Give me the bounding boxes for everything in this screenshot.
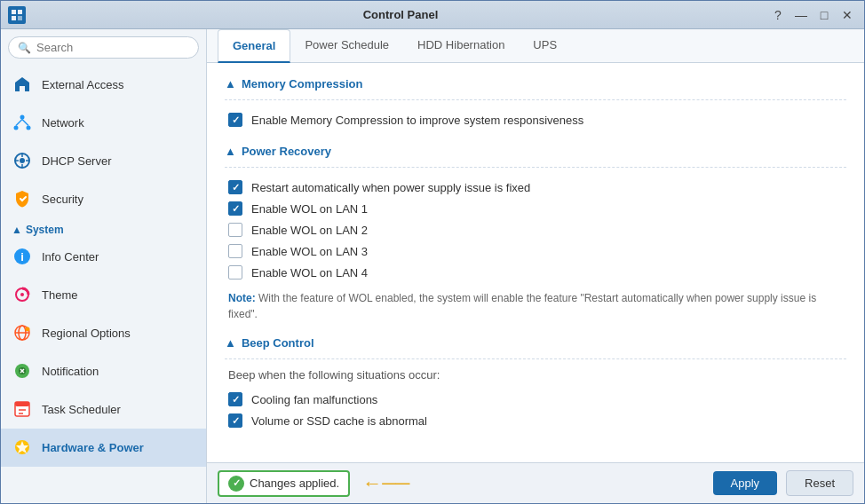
dhcp-icon — [12, 150, 33, 171]
chevron-up-icon-3: ▲ — [225, 336, 236, 350]
svg-rect-0 — [12, 10, 16, 14]
search-icon: 🔍 — [18, 42, 31, 54]
svg-point-5 — [14, 126, 19, 130]
window-title: Control Panel — [33, 8, 768, 21]
memory-compression-section: ▲ Memory Compression Enable Memory Compr… — [225, 77, 846, 130]
volume-ssd-item[interactable]: Volume or SSD cache is abnormal — [228, 410, 846, 431]
sidebar-item-theme[interactable]: Theme — [1, 276, 206, 314]
wol-lan4-label: Enable WOL on LAN 4 — [251, 266, 368, 280]
memory-compression-title: ▲ Memory Compression — [225, 77, 846, 91]
volume-ssd-checkbox[interactable] — [228, 413, 242, 428]
restart-auto-checkbox[interactable] — [228, 180, 242, 194]
chevron-down-icon: ▲ — [12, 224, 22, 236]
cooling-fan-checkbox[interactable] — [228, 392, 242, 406]
power-recovery-section: ▲ Power Recovery Restart automatically w… — [225, 145, 846, 322]
window-controls: ? — □ ✕ — [768, 5, 857, 25]
sidebar-item-security[interactable]: Security — [1, 180, 206, 218]
regional-icon — [12, 322, 33, 343]
note-content: With the feature of WOL enabled, the sys… — [228, 292, 816, 320]
wol-lan4-item[interactable]: Enable WOL on LAN 4 — [228, 262, 846, 283]
search-input[interactable] — [36, 41, 189, 54]
status-badge: ✓ Changes applied. — [218, 470, 350, 497]
svg-rect-26 — [15, 402, 29, 406]
chevron-up-icon-2: ▲ — [225, 145, 236, 158]
content-panel: General Power Schedule HDD Hibernation U… — [207, 29, 864, 503]
check-icon: ✓ — [228, 476, 244, 492]
sidebar-item-dhcp[interactable]: DHCP Server — [1, 142, 206, 180]
volume-ssd-label: Volume or SSD cache is abnormal — [251, 414, 427, 428]
svg-point-4 — [20, 115, 25, 120]
enable-mem-compression-checkbox[interactable] — [228, 113, 242, 127]
wol-lan1-item[interactable]: Enable WOL on LAN 1 — [228, 198, 846, 219]
info-icon: i — [12, 246, 33, 267]
power-recovery-title: ▲ Power Recovery — [225, 145, 846, 158]
system-section-header[interactable]: ▲ System — [1, 218, 206, 238]
svg-rect-2 — [12, 16, 16, 20]
wol-lan2-item[interactable]: Enable WOL on LAN 2 — [228, 219, 846, 240]
wol-lan1-checkbox[interactable] — [228, 201, 242, 216]
home-icon — [12, 74, 33, 95]
task-icon — [12, 398, 33, 420]
sidebar-item-label: Network — [42, 116, 84, 130]
wol-note: Note: With the feature of WOL enabled, t… — [228, 290, 843, 322]
enable-mem-compression-label: Enable Memory Compression to improve sys… — [251, 114, 583, 127]
help-button[interactable]: ? — [768, 5, 788, 25]
sidebar-item-hardware-power[interactable]: Hardware & Power — [1, 429, 206, 467]
wol-lan3-checkbox[interactable] — [228, 244, 242, 258]
wol-lan2-checkbox[interactable] — [228, 223, 242, 237]
minimize-button[interactable]: — — [791, 5, 811, 25]
note-label: Note: — [228, 292, 256, 304]
sidebar-item-label: Notification — [42, 365, 99, 378]
arrow-icon: ←── — [362, 472, 409, 495]
sidebar-item-label: Task Scheduler — [42, 403, 121, 416]
wol-lan2-label: Enable WOL on LAN 2 — [251, 224, 368, 237]
search-box[interactable]: 🔍 — [8, 36, 199, 59]
svg-line-8 — [22, 120, 28, 126]
wol-lan4-checkbox[interactable] — [228, 265, 242, 280]
sidebar-item-external-access[interactable]: External Access — [1, 66, 206, 104]
bottom-bar: ✓ Changes applied. ←── Apply Reset — [207, 462, 864, 503]
sidebar-item-notification[interactable]: Notification — [1, 352, 206, 390]
svg-text:i: i — [20, 250, 24, 264]
security-icon — [12, 188, 33, 209]
main-area: 🔍 External Access — [1, 29, 864, 503]
tab-hdd-hibernation[interactable]: HDD Hibernation — [403, 29, 519, 63]
tab-ups[interactable]: UPS — [519, 29, 571, 63]
wol-lan3-item[interactable]: Enable WOL on LAN 3 — [228, 240, 846, 262]
wol-lan3-label: Enable WOL on LAN 3 — [251, 245, 368, 258]
tab-power-schedule[interactable]: Power Schedule — [290, 29, 403, 63]
beep-control-title: ▲ Beep Control — [225, 336, 846, 350]
system-section-label: System — [26, 224, 64, 236]
sidebar-item-label: Hardware & Power — [42, 441, 144, 454]
sidebar-item-label: Info Center — [42, 250, 99, 264]
cooling-fan-label: Cooling fan malfunctions — [251, 393, 377, 406]
tab-general[interactable]: General — [218, 29, 290, 63]
close-button[interactable]: ✕ — [837, 5, 857, 25]
sidebar-item-label: Theme — [42, 288, 77, 302]
notification-icon — [12, 360, 33, 382]
svg-point-22 — [26, 327, 30, 332]
svg-point-18 — [20, 293, 24, 296]
sidebar-item-label: Regional Options — [42, 327, 131, 340]
beep-description: Beep when the following situations occur… — [225, 368, 846, 382]
svg-rect-1 — [18, 10, 22, 14]
sidebar-item-task-scheduler[interactable]: Task Scheduler — [1, 390, 206, 429]
chevron-up-icon: ▲ — [225, 77, 236, 91]
sidebar-item-info-center[interactable]: i Info Center — [1, 238, 206, 276]
sidebar-item-label: DHCP Server — [42, 154, 112, 168]
cooling-fan-item[interactable]: Cooling fan malfunctions — [228, 389, 846, 410]
reset-button[interactable]: Reset — [786, 470, 853, 496]
sidebar-item-network[interactable]: Network — [1, 104, 206, 142]
theme-icon — [12, 284, 33, 305]
sidebar-item-regional[interactable]: Regional Options — [1, 314, 206, 352]
maximize-button[interactable]: □ — [814, 5, 834, 25]
titlebar: Control Panel ? — □ ✕ — [1, 1, 864, 29]
tabs-bar: General Power Schedule HDD Hibernation U… — [207, 29, 864, 63]
content-scroll: ▲ Memory Compression Enable Memory Compr… — [207, 63, 864, 462]
enable-mem-compression-item[interactable]: Enable Memory Compression to improve sys… — [228, 109, 846, 130]
restart-auto-item[interactable]: Restart automatically when power supply … — [228, 177, 846, 198]
svg-line-7 — [16, 120, 22, 126]
svg-point-6 — [27, 126, 31, 130]
apply-button[interactable]: Apply — [713, 471, 778, 495]
sidebar-item-label: External Access — [42, 78, 124, 91]
